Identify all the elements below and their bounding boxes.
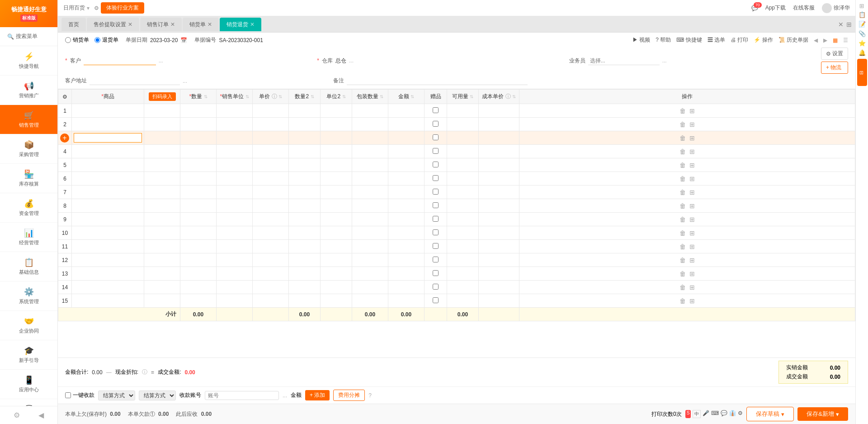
one-key-collection-label[interactable]: 一键收款 xyxy=(65,391,94,399)
product-cell[interactable] xyxy=(72,186,144,199)
gift-checkbox-active[interactable] xyxy=(433,134,439,140)
operate-btn[interactable]: ⚡ 操作 xyxy=(754,36,773,44)
amount-cell[interactable] xyxy=(388,240,425,253)
unit-price-sort-icon[interactable]: ⇅ xyxy=(278,94,282,99)
sales-unit-cell[interactable] xyxy=(217,226,253,240)
tab-price-settings[interactable]: 售价提取设置 ✕ xyxy=(87,18,139,31)
pkg-cell[interactable] xyxy=(352,104,388,118)
unit-price-cell[interactable] xyxy=(253,267,289,281)
unit-price-cell[interactable] xyxy=(253,281,289,294)
gift-checkbox[interactable] xyxy=(433,216,439,222)
product-cell[interactable] xyxy=(72,158,144,172)
qty2-cell[interactable] xyxy=(289,199,321,213)
add-row-button[interactable]: + xyxy=(60,133,69,143)
unit2-cell[interactable] xyxy=(321,213,352,226)
account-number-input[interactable] xyxy=(205,391,279,400)
product-cell[interactable] xyxy=(72,226,144,240)
unit-price-cell[interactable] xyxy=(253,294,289,308)
tab-sales-order-close[interactable]: ✕ xyxy=(170,21,175,28)
th-scan[interactable]: 扫码录入 xyxy=(144,90,180,104)
unit2-cell[interactable] xyxy=(321,253,352,267)
quantity-cell[interactable] xyxy=(180,158,217,172)
quantity-cell[interactable] xyxy=(180,240,217,253)
cost-cell[interactable] xyxy=(479,118,519,131)
copy-row-button[interactable]: ⊞ xyxy=(689,120,696,129)
customer-picker-icon[interactable]: ... xyxy=(159,57,163,64)
delete-row-button[interactable]: 🗑 xyxy=(679,229,687,238)
product-cell[interactable] xyxy=(72,267,144,281)
available-cell[interactable] xyxy=(447,172,479,186)
pkg-cell[interactable] xyxy=(352,172,388,186)
tab-price-settings-close[interactable]: ✕ xyxy=(128,21,132,28)
amount-cell[interactable] xyxy=(388,267,425,281)
copy-row-button[interactable]: ⊞ xyxy=(689,256,696,265)
gift-cell[interactable] xyxy=(425,281,447,294)
delete-row-active-button[interactable]: 🗑 xyxy=(679,133,687,143)
cost-cell[interactable] xyxy=(479,213,519,226)
topbar-settings-icon[interactable]: ⚙ xyxy=(94,5,99,11)
sidebar-item-enterprise[interactable]: 🤝 企业协同 xyxy=(0,311,57,340)
sidebar-item-apps[interactable]: 📱 应用中心 xyxy=(0,370,57,399)
unit-price-cell[interactable] xyxy=(253,158,289,172)
gift-cell[interactable] xyxy=(425,226,447,240)
product-cell[interactable] xyxy=(72,294,144,308)
delete-row-button[interactable]: 🗑 xyxy=(679,161,687,170)
cost-cell[interactable] xyxy=(479,172,519,186)
customer-input[interactable] xyxy=(84,57,156,65)
product-cell[interactable] xyxy=(72,104,144,118)
pkg-cell[interactable] xyxy=(352,253,388,267)
cost-cell[interactable] xyxy=(479,281,519,294)
sidebar-item-sales[interactable]: 🛒 销售管理 xyxy=(0,105,57,134)
amount-cell[interactable] xyxy=(388,118,425,131)
unit2-cell[interactable] xyxy=(321,145,352,158)
scan-input-button[interactable]: 扫码录入 xyxy=(149,92,176,101)
delete-row-button[interactable]: 🗑 xyxy=(679,120,687,129)
product-input-active[interactable] xyxy=(74,133,142,143)
unit2-cell[interactable] xyxy=(321,226,352,240)
date-picker-icon[interactable]: 📅 xyxy=(180,37,187,43)
qty2-cell[interactable] xyxy=(289,281,321,294)
message-icon-container[interactable]: 💬 70 xyxy=(751,5,758,11)
cost-cell[interactable] xyxy=(479,294,519,308)
gift-cell[interactable] xyxy=(425,158,447,172)
video-btn[interactable]: ▶ 视频 xyxy=(632,36,650,44)
table-settings-icon[interactable]: ⚙ xyxy=(62,94,67,100)
warehouse-picker-icon[interactable]: ... xyxy=(349,57,354,64)
cost-cell[interactable] xyxy=(479,104,519,118)
gift-cell[interactable] xyxy=(425,294,447,308)
radio-return[interactable] xyxy=(94,37,100,43)
microphone-icon[interactable]: 🎤 xyxy=(703,410,709,418)
amount-cell[interactable] xyxy=(388,186,425,199)
delete-row-button[interactable]: 🗑 xyxy=(679,215,687,224)
tab-home[interactable]: 首页 xyxy=(61,18,86,31)
sidebar-item-finance[interactable]: 💰 资金管理 xyxy=(0,193,57,223)
product-cell[interactable] xyxy=(72,240,144,253)
help-btn[interactable]: ? 帮助 xyxy=(656,36,671,44)
sidebar-item-system[interactable]: ⚙️ 系统管理 xyxy=(0,281,57,311)
pkg-cell[interactable] xyxy=(352,281,388,294)
available-cell[interactable] xyxy=(447,253,479,267)
unit2-cell[interactable] xyxy=(321,118,352,131)
calculation-method-select[interactable]: 结算方式 xyxy=(139,391,176,400)
delete-row-button[interactable]: 🗑 xyxy=(679,147,687,156)
amount-cell[interactable] xyxy=(388,172,425,186)
delete-row-button[interactable]: 🗑 xyxy=(679,174,687,183)
gift-checkbox[interactable] xyxy=(433,284,439,290)
delete-row-button[interactable]: 🗑 xyxy=(679,106,687,115)
qty2-cell[interactable] xyxy=(289,240,321,253)
unit2-cell-active[interactable] xyxy=(321,131,352,145)
gift-checkbox[interactable] xyxy=(433,243,439,249)
pkg-cell[interactable] xyxy=(352,267,388,281)
keyboard-icon[interactable]: ⌨ xyxy=(711,410,719,418)
sales-unit-cell[interactable] xyxy=(217,213,253,226)
cost-cell[interactable] xyxy=(479,240,519,253)
product-cell[interactable] xyxy=(72,281,144,294)
quantity-cell[interactable] xyxy=(180,199,217,213)
qty2-cell[interactable] xyxy=(289,172,321,186)
gift-cell[interactable] xyxy=(425,186,447,199)
quantity-cell[interactable] xyxy=(180,104,217,118)
online-service-link[interactable]: 在线客服 xyxy=(793,4,815,12)
quantity-sort-icon[interactable]: ⇅ xyxy=(204,94,208,99)
tab-close-all-icon[interactable]: ✕ xyxy=(838,21,844,28)
unit-price-cell[interactable] xyxy=(253,118,289,131)
